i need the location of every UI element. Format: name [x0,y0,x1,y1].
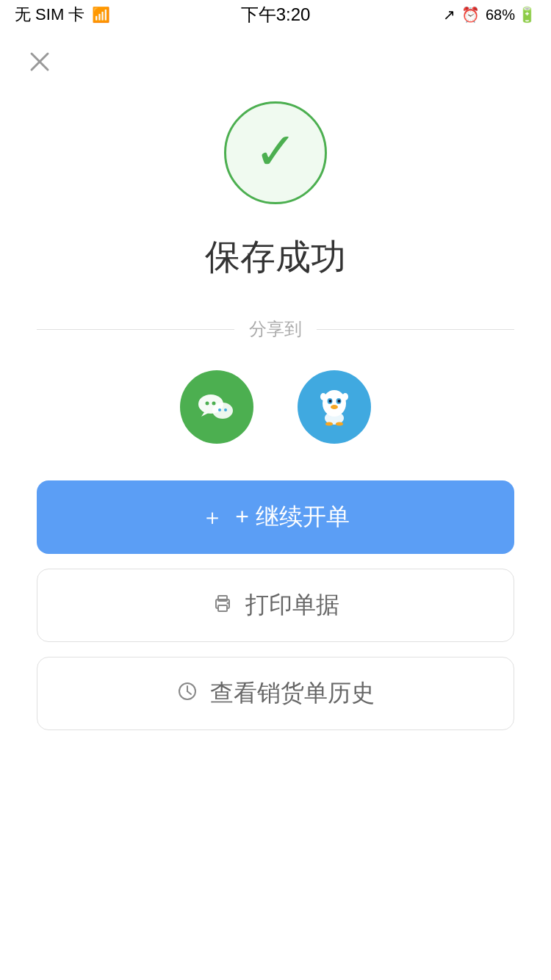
qq-share-button[interactable] [298,370,371,444]
close-button[interactable] [22,44,57,79]
action-buttons: ＋ + 继续开单 打印单据 [37,480,514,730]
svg-point-16 [325,422,333,426]
svg-point-18 [320,393,326,400]
print-label: 打印单据 [245,589,339,621]
status-time: 下午3:20 [241,3,311,26]
success-circle: ✓ [224,101,327,204]
wechat-share-button[interactable] [180,370,253,444]
status-bar: 无 SIM 卡 📶 下午3:20 ↗ ⏰ 68% 🔋 [0,0,551,29]
svg-point-3 [212,403,233,419]
continue-label: + 继续开单 [235,501,350,533]
svg-point-13 [338,400,341,403]
success-title: 保存成功 [205,234,346,281]
svg-point-12 [329,400,332,403]
divider-left [37,329,234,330]
qq-icon [311,384,357,430]
svg-point-6 [218,408,221,411]
battery-icon: 🔋 [518,6,536,24]
svg-point-17 [336,422,343,426]
svg-point-7 [224,408,227,411]
svg-point-4 [206,402,209,406]
sim-status: 无 SIM 卡 [15,4,84,26]
checkmark-icon: ✓ [254,126,298,177]
history-button[interactable]: 查看销货单历史 [37,657,514,730]
battery-percentage: 68% [486,7,515,24]
location-icon: ↗ [443,6,455,24]
svg-line-26 [187,691,191,694]
printer-icon [212,592,234,619]
svg-rect-21 [218,605,227,611]
battery-indicator: 68% 🔋 [486,6,536,24]
close-area [0,29,551,87]
share-section: 分享到 [37,317,514,444]
svg-marker-8 [201,412,209,417]
print-button[interactable]: 打印单据 [37,569,514,642]
share-divider: 分享到 [37,317,514,341]
wifi-icon: 📶 [92,6,110,24]
alarm-icon: ⏰ [461,6,480,24]
share-label: 分享到 [249,317,302,341]
clock-svg [176,680,198,702]
status-right: ↗ ⏰ 68% 🔋 [443,6,536,24]
history-label: 查看销货单历史 [210,677,375,710]
clock-icon [176,680,198,707]
svg-point-19 [342,393,348,400]
plus-icon: ＋ [201,502,223,533]
svg-point-23 [227,602,229,604]
continue-button[interactable]: ＋ + 继续开单 [37,480,514,554]
printer-svg [212,592,234,614]
svg-point-5 [212,402,216,406]
main-content: ✓ 保存成功 分享到 [0,87,551,980]
wechat-icon [194,384,240,430]
svg-point-14 [331,405,338,409]
status-left: 无 SIM 卡 📶 [15,4,110,26]
x-icon [29,51,51,73]
divider-right [317,329,514,330]
share-icons-row [37,370,514,444]
